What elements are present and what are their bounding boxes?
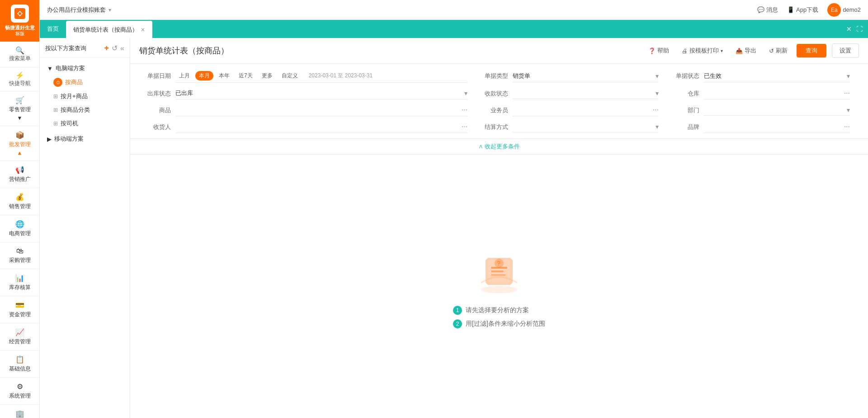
- tab-close-all-icon[interactable]: ✕: [846, 25, 852, 33]
- svg-point-2: [481, 286, 517, 293]
- export-btn[interactable]: 📤 导出: [732, 45, 760, 57]
- sidebar-item-wholesale-label: 批发管理: [9, 141, 31, 148]
- date-tab-current-year[interactable]: 本年: [215, 71, 233, 81]
- message-btn[interactable]: 💬 消息: [757, 6, 778, 14]
- doc-status-control: 已生效 ▾: [704, 70, 850, 82]
- sidebar-item-retail[interactable]: 🛒 零售管理 ▼: [0, 91, 39, 126]
- app-logo[interactable]: 畅捷通好生意 标版: [0, 0, 39, 42]
- sidebar-item-inventory[interactable]: 📊 库存核算: [0, 269, 39, 296]
- settings-btn[interactable]: 设置: [832, 43, 859, 58]
- tab-home[interactable]: 首页: [40, 20, 66, 38]
- sidebar-item-system[interactable]: ⚙ 系统管理: [0, 378, 39, 405]
- user-name: demo2: [843, 6, 861, 13]
- tree-item-by-cashier[interactable]: ⊞ 按司机: [53, 117, 130, 130]
- warehouse-dots[interactable]: ···: [844, 89, 850, 97]
- tree-mobile-root[interactable]: ▶ 移动端方案: [40, 132, 130, 146]
- refresh-btn[interactable]: ↺ 刷新: [765, 45, 791, 57]
- sidebar-item-marketing[interactable]: 📢 营销推广: [0, 161, 39, 188]
- refresh-icon: ↺: [769, 48, 774, 54]
- retail-arrow: ▼: [17, 115, 23, 121]
- search-menu-item[interactable]: 🔍 搜索菜单: [0, 42, 39, 67]
- stock-status-value: 已出库: [175, 89, 464, 97]
- product-dots[interactable]: ···: [462, 106, 467, 114]
- payment-method-select[interactable]: ▾: [513, 123, 659, 130]
- user-info[interactable]: Ea demo2: [827, 3, 861, 17]
- sidebar-item-sales-label: 销售管理: [9, 203, 31, 210]
- topbar-right: 💬 消息 📱 App下载 Ea demo2: [757, 3, 861, 17]
- tree-item-by-category[interactable]: ⊞ 按商品分类: [53, 103, 130, 117]
- warehouse-control: ···: [704, 87, 850, 100]
- payment-status-chevron-icon: ▾: [656, 90, 659, 97]
- industry-chevron-icon: ▾: [108, 7, 111, 13]
- empty-hint-2: 2 用[过滤]条件来缩小分析范围: [453, 319, 545, 328]
- payment-status-select[interactable]: ▾: [513, 90, 659, 97]
- date-tab-more[interactable]: 更多: [258, 71, 276, 81]
- date-tab-last-month[interactable]: 上月: [175, 71, 193, 81]
- department-chevron-icon: ▾: [847, 106, 850, 114]
- sidebar-item-wholesale[interactable]: 📦 批发管理 ▲: [0, 126, 39, 161]
- tree-item-by-month-product[interactable]: ⊞ 按月+商品: [53, 90, 130, 103]
- add-scheme-btn[interactable]: +: [104, 43, 109, 53]
- marketing-icon: 📢: [15, 166, 24, 174]
- stock-status-select[interactable]: 已出库 ▾: [175, 89, 467, 97]
- tab-fullscreen-icon[interactable]: ⛶: [856, 25, 863, 33]
- department-label: 部门: [668, 106, 704, 114]
- tree-item-by-category-label: 按商品分类: [61, 106, 90, 114]
- right-content: 销货单统计表（按商品） ❓ 帮助 🖨 按模板打印 ▾ 📤: [130, 38, 868, 418]
- sidebar-item-basic[interactable]: 📋 基础信息: [0, 351, 39, 378]
- sidebar-item-finance[interactable]: 💳 资金管理: [0, 296, 39, 323]
- basic-icon: 📋: [15, 355, 24, 364]
- sidebar-item-marketing-label: 营销推广: [9, 176, 31, 183]
- brand-dots[interactable]: ···: [844, 123, 850, 131]
- date-tab-7days[interactable]: 近7天: [235, 71, 256, 81]
- app-download-btn[interactable]: 📱 App下载: [787, 6, 818, 14]
- collapse-bar[interactable]: ∧ 收起更多条件: [130, 139, 868, 155]
- product-badge: ⊙: [53, 78, 62, 87]
- date-tab-custom[interactable]: 自定义: [278, 71, 302, 81]
- tabbar: 首页 销货单统计表（按商品） ✕ ✕ ⛶: [40, 20, 868, 38]
- receiver-label: 收货人: [139, 123, 175, 131]
- sidebar-item-enterprise[interactable]: 🏢 企业协同: [0, 405, 39, 418]
- tree-mobile-label: 移动端方案: [54, 135, 84, 143]
- logo-sub: 标版: [15, 31, 24, 37]
- industry-name: 办公用品行业模拟账套: [47, 6, 106, 14]
- salesperson-dots[interactable]: ···: [653, 106, 659, 114]
- page-content: 按以下方案查询 + ↺ « ▼ 电脑端方案 ⊙ 按商品 ⊞ 按月+: [40, 38, 868, 418]
- wholesale-icon: 📦: [15, 131, 24, 139]
- doc-type-control: 销货单 ▾: [513, 70, 659, 82]
- refresh-scheme-btn[interactable]: ↺: [112, 44, 118, 52]
- collapse-panel-btn[interactable]: «: [120, 44, 124, 52]
- quick-nav-label: 快捷导航: [9, 80, 31, 86]
- sidebar-item-purchase[interactable]: 🛍 采购管理: [0, 242, 39, 269]
- tree-pc-root[interactable]: ▼ 电脑端方案: [40, 62, 130, 75]
- department-select[interactable]: ▾: [704, 106, 850, 114]
- query-btn[interactable]: 查询: [797, 44, 826, 57]
- operations-icon: 📈: [15, 328, 24, 337]
- sidebar-item-sales[interactable]: 💰 销售管理: [0, 188, 39, 215]
- tab-close-icon[interactable]: ✕: [141, 27, 145, 33]
- tree-item-by-product[interactable]: ⊙ 按商品: [53, 75, 130, 90]
- doc-type-select[interactable]: 销货单 ▾: [513, 72, 659, 80]
- tree-arrow-icon: ▼: [47, 65, 53, 72]
- tab-home-label: 首页: [47, 25, 59, 33]
- sidebar-item-ecommerce[interactable]: 🌐 电商管理: [0, 215, 39, 242]
- export-label: 导出: [745, 47, 756, 55]
- help-icon: ❓: [648, 48, 656, 54]
- quick-nav-item[interactable]: ⚡ 快捷导航: [0, 67, 39, 91]
- receiver-dots[interactable]: ···: [462, 123, 467, 131]
- sidebar-item-operations[interactable]: 📈 经营管理: [0, 323, 39, 351]
- cashier-icon: ⊞: [53, 120, 58, 127]
- doc-status-select[interactable]: 已生效 ▾: [704, 72, 850, 80]
- main-area: 办公用品行业模拟账套 ▾ 💬 消息 📱 App下载 Ea demo2 首页: [40, 0, 868, 418]
- message-icon: 💬: [757, 6, 764, 13]
- hint-num-1: 1: [453, 306, 462, 315]
- hint-text-1: 请先选择要分析的方案: [466, 306, 529, 314]
- svg-rect-6: [491, 271, 504, 272]
- sales-icon: 💰: [15, 193, 24, 201]
- tab-sales-stats[interactable]: 销货单统计表（按商品） ✕: [66, 21, 152, 39]
- help-btn[interactable]: ❓ 帮助: [645, 45, 673, 57]
- template-print-btn[interactable]: 🖨 按模板打印 ▾: [678, 45, 726, 57]
- month-icon: ⊞: [53, 93, 58, 100]
- svg-rect-7: [491, 274, 505, 276]
- date-tab-current-month[interactable]: 本月: [195, 71, 213, 81]
